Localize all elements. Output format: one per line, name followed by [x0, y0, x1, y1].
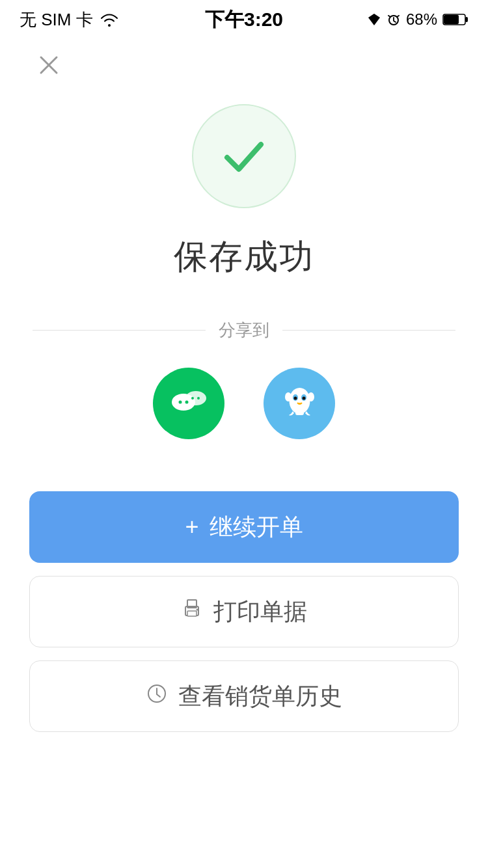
sim-text: 无 SIM 卡: [20, 8, 93, 31]
svg-point-23: [197, 609, 198, 611]
battery-percent: 68%: [406, 10, 437, 29]
alarm-icon: [386, 12, 401, 27]
plus-icon: +: [185, 513, 198, 541]
wechat-icon: [168, 383, 210, 425]
share-divider: 分享到: [33, 319, 455, 342]
history-button[interactable]: 查看销货单历史: [29, 660, 459, 732]
history-label: 查看销货单历史: [178, 681, 342, 712]
share-divider-text: 分享到: [219, 319, 269, 342]
svg-point-12: [289, 388, 310, 414]
svg-point-7: [185, 391, 206, 405]
qq-icon: [278, 383, 321, 425]
status-right: 68%: [367, 10, 468, 29]
svg-rect-2: [465, 17, 468, 22]
wifi-icon: [100, 12, 119, 27]
divider-line-right: [282, 330, 455, 331]
main-content: 保存成功 分享到: [0, 39, 488, 732]
svg-point-10: [191, 397, 194, 400]
continue-order-button[interactable]: + 继续开单: [29, 491, 459, 563]
svg-rect-19: [295, 411, 304, 415]
status-bar: 无 SIM 卡 下午3:20 68%: [0, 0, 488, 39]
share-icons-container: [153, 368, 335, 439]
success-title: 保存成功: [174, 234, 314, 280]
success-circle: [192, 104, 296, 208]
svg-rect-3: [444, 15, 459, 24]
svg-point-8: [178, 400, 182, 403]
location-icon: [367, 12, 381, 27]
svg-rect-22: [187, 611, 197, 616]
status-time: 下午3:20: [205, 7, 283, 33]
svg-point-11: [197, 397, 200, 400]
svg-point-9: [185, 400, 188, 403]
clock-icon: [146, 683, 168, 710]
status-left: 无 SIM 卡: [20, 8, 119, 31]
print-label: 打印单据: [213, 596, 307, 628]
svg-point-17: [285, 392, 291, 401]
action-buttons: + 继续开单 打印单据 查看销货单历史: [29, 491, 459, 732]
battery-icon: [442, 13, 468, 26]
wechat-share-button[interactable]: [153, 368, 224, 439]
print-button[interactable]: 打印单据: [29, 576, 459, 647]
printer-icon: [181, 598, 203, 625]
checkmark-icon: [218, 130, 270, 182]
svg-point-14: [293, 396, 297, 400]
divider-line-left: [33, 330, 206, 331]
qq-share-button[interactable]: [264, 368, 335, 439]
svg-point-16: [302, 396, 305, 400]
svg-point-18: [308, 392, 314, 401]
close-button[interactable]: [33, 49, 65, 81]
continue-order-label: 继续开单: [210, 511, 303, 543]
